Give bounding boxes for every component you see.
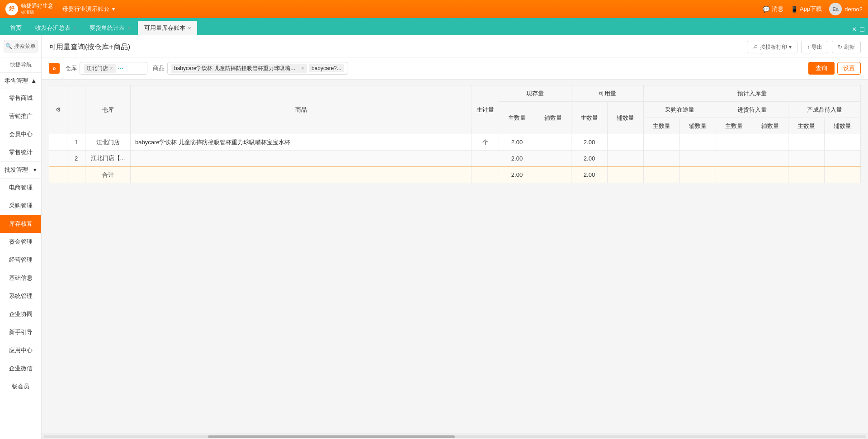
content-area: 可用量查询(按仓库+商品) 🖨 按模板打印 ▾ ↑ 导出 ↻ 刷新 bbox=[42, 35, 868, 439]
avatar-initials: Ea bbox=[833, 6, 839, 12]
tab-receive-send[interactable]: 收发存汇总表 × bbox=[29, 21, 82, 35]
row1-incoming-aux bbox=[752, 134, 788, 151]
sidebar-item-appcenter[interactable]: 应用中心 bbox=[0, 341, 41, 359]
scrollbar-track bbox=[43, 435, 866, 438]
sidebar-item-member[interactable]: 畅会员 bbox=[0, 378, 41, 396]
row1-settings bbox=[49, 134, 67, 151]
nav-tabs: 首页 收发存汇总表 × 要货单统计表 × 可用量库存账本 × × □ bbox=[0, 18, 868, 35]
sidebar-item-wechat[interactable]: 企业微信 bbox=[0, 359, 41, 378]
total-settings bbox=[49, 167, 67, 183]
row1-product: babycare学饮杯 儿童防摔防撞吸管杯重力球吸嘴杯宝宝水杯 bbox=[131, 134, 472, 151]
sidebar-item-purchase[interactable]: 采购管理 bbox=[0, 197, 41, 215]
tab-order-stats-close[interactable]: × bbox=[127, 25, 130, 31]
industry-chevron: ▾ bbox=[112, 6, 115, 12]
product-input[interactable]: babycare学饮杯 儿童防摔防撞吸管杯重力球吸嘴杯宝宝水杯 × babyca… bbox=[167, 62, 348, 75]
scrollbar-thumb[interactable] bbox=[208, 435, 455, 438]
sidebar-item-marketing[interactable]: 营销推广 bbox=[0, 107, 41, 125]
page-actions: 🖨 按模板打印 ▾ ↑ 导出 ↻ 刷新 bbox=[747, 41, 861, 53]
horizontal-scrollbar[interactable] bbox=[42, 434, 868, 439]
export-button[interactable]: ↑ 导出 bbox=[801, 41, 828, 53]
sidebar-item-retail-stats[interactable]: 零售统计 bbox=[0, 143, 41, 161]
total-production-main bbox=[788, 167, 825, 183]
message-button[interactable]: 💬 消息 bbox=[763, 5, 783, 13]
th-forecast-group: 预计入库量 bbox=[644, 85, 861, 102]
th-avail-main: 主数量 bbox=[571, 102, 608, 134]
print-button[interactable]: 🖨 按模板打印 ▾ bbox=[747, 41, 797, 53]
th-settings[interactable]: ⚙ bbox=[49, 85, 67, 134]
tab-receive-send-close[interactable]: × bbox=[73, 25, 76, 31]
filter-bar: » 仓库 江北门店 × ··· 商品 babycare学饮杯 儿童防摔防撞吸管杯… bbox=[42, 57, 868, 80]
search-menu-button[interactable]: 🔍 搜索菜单 bbox=[4, 40, 38, 52]
avatar: Ea bbox=[829, 3, 842, 15]
sidebar-item-finance[interactable]: 资金管理 bbox=[0, 233, 41, 251]
warehouse-tag-remove[interactable]: × bbox=[110, 65, 113, 71]
row1-production-aux bbox=[825, 134, 861, 151]
th-production-main: 主数量 bbox=[788, 118, 825, 134]
main-layout: 🔍 搜索菜单 快捷导航 零售管理 ▲ 零售商城 营销推广 会员中心 零售统计 批… bbox=[0, 35, 868, 439]
row2-purchase-main bbox=[644, 151, 680, 167]
product-tag: babycare学饮杯 儿童防摔防撞吸管杯重力球吸嘴杯宝宝水杯 × bbox=[171, 64, 307, 73]
row2-incoming-aux bbox=[752, 151, 788, 167]
industry-selector[interactable]: 母婴行业演示账套 ▾ bbox=[62, 5, 115, 13]
window-close-button[interactable]: × bbox=[852, 25, 856, 33]
tab-available-stock-close[interactable]: × bbox=[188, 25, 191, 31]
row2-product bbox=[131, 151, 472, 167]
th-purchase-aux: 辅数量 bbox=[680, 118, 716, 134]
row1-stock-main: 2.00 bbox=[499, 134, 535, 151]
retail-label: 零售管理 bbox=[5, 77, 28, 85]
row1-no: 1 bbox=[67, 134, 85, 151]
product-tag-remove[interactable]: × bbox=[301, 65, 304, 71]
industry-label: 母婴行业演示账套 bbox=[62, 5, 109, 13]
table-row: 2 江北门店【... 2.00 2.00 bbox=[49, 151, 861, 167]
app-name: 畅捷通好生意 bbox=[21, 3, 53, 9]
sidebar-item-member-center[interactable]: 会员中心 bbox=[0, 125, 41, 143]
user-area[interactable]: Ea demo2 bbox=[829, 3, 863, 15]
sidebar-item-retail[interactable]: 零售管理 ▲ bbox=[0, 73, 41, 89]
sidebar-item-quick-nav[interactable]: 快捷导航 bbox=[0, 57, 41, 73]
sidebar-item-business[interactable]: 经营管理 bbox=[0, 251, 41, 269]
sidebar-item-wholesale[interactable]: 批发管理 ▾ bbox=[0, 162, 41, 178]
warehouse-input[interactable]: 江北门店 × ··· bbox=[80, 62, 147, 75]
total-production-aux bbox=[825, 167, 861, 183]
tab-available-stock[interactable]: 可用量库存账本 × bbox=[138, 21, 197, 35]
setting-button[interactable]: 设置 bbox=[837, 62, 861, 75]
sidebar-item-retail-shop[interactable]: 零售商城 bbox=[0, 89, 41, 107]
filter-actions: 查询 设置 bbox=[808, 62, 861, 75]
tab-home[interactable]: 首页 bbox=[4, 21, 28, 35]
warehouse-tag: 江北门店 × bbox=[84, 64, 116, 73]
row1-stock-aux bbox=[535, 134, 571, 151]
tab-order-stats-label: 要货单统计表 bbox=[90, 24, 125, 32]
sidebar-item-enterprise[interactable]: 企业协同 bbox=[0, 305, 41, 323]
th-unit: 主计量 bbox=[472, 85, 499, 134]
table-container[interactable]: ⚙ 仓库 商品 主计量 现存量 可用量 预计入库量 主数量 辅数量 主数量 bbox=[42, 80, 868, 434]
filter-toggle-button[interactable]: » bbox=[49, 63, 60, 74]
print-chevron: ▾ bbox=[789, 44, 792, 50]
product-tag-more: babycare?... bbox=[309, 64, 344, 72]
th-incoming-main: 主数量 bbox=[716, 118, 752, 134]
tab-home-label: 首页 bbox=[10, 24, 22, 32]
row1-production-main bbox=[788, 134, 825, 151]
app-download-button[interactable]: 📱 App下载 bbox=[791, 5, 822, 13]
product-label: 商品 bbox=[153, 64, 165, 72]
tab-order-stats[interactable]: 要货单统计表 × bbox=[83, 21, 137, 35]
warehouse-label: 仓库 bbox=[65, 64, 77, 72]
total-row: 合计 2.00 2.00 bbox=[49, 167, 861, 183]
total-label: 合计 bbox=[85, 167, 131, 183]
sidebar-item-inventory[interactable]: 库存核算 bbox=[0, 215, 41, 233]
sidebar-item-system[interactable]: 系统管理 bbox=[0, 287, 41, 305]
th-stock-main: 主数量 bbox=[499, 102, 535, 134]
print-icon: 🖨 bbox=[753, 44, 758, 50]
total-incoming-main bbox=[716, 167, 752, 183]
sidebar-item-ecommerce[interactable]: 电商管理 bbox=[0, 179, 41, 197]
warehouse-more-btn[interactable]: ··· bbox=[118, 64, 123, 72]
row2-production-main bbox=[788, 151, 825, 167]
logo-text-block: 畅捷通好生意 标准版 bbox=[21, 3, 53, 15]
total-no bbox=[67, 167, 85, 183]
query-button[interactable]: 查询 bbox=[808, 62, 835, 75]
refresh-button[interactable]: ↻ 刷新 bbox=[832, 41, 861, 53]
total-purchase-aux bbox=[680, 167, 716, 183]
window-maximize-button[interactable]: □ bbox=[860, 25, 864, 33]
sidebar-item-basic[interactable]: 基础信息 bbox=[0, 269, 41, 287]
sidebar-item-newuser[interactable]: 新手引导 bbox=[0, 323, 41, 341]
total-unit bbox=[472, 167, 499, 183]
